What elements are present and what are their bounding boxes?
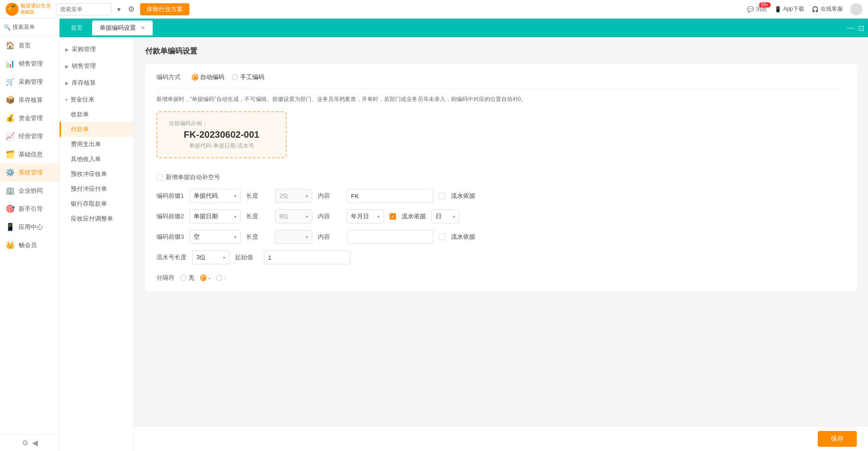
- sec-group-purchase: ▶ 采购管理: [60, 42, 134, 57]
- prefix2-label: 编码前缀2: [156, 212, 184, 221]
- stream2-checkbox[interactable]: ✓: [390, 213, 396, 220]
- sidebar-item-purchase[interactable]: 🛒 采购管理: [0, 73, 59, 91]
- radio-auto-code[interactable]: 自动编码: [192, 73, 224, 81]
- tab-close-icon[interactable]: ✕: [141, 25, 145, 31]
- preview-box: 当前编码示例： FK-20230602-001 单据代码-单据日期-流水号: [156, 111, 287, 158]
- dropdown-arrow-icon: ▾: [234, 194, 236, 199]
- sidebar-item-inventory[interactable]: 📦 库存核算: [0, 91, 59, 109]
- sidebar-item-system[interactable]: ⚙️ 系统管理: [0, 163, 59, 182]
- system-icon: ⚙️: [6, 168, 15, 177]
- content2-select[interactable]: 年月日 ▾: [347, 209, 384, 223]
- sidebar-item-basics[interactable]: 🗂️ 基础信息: [0, 145, 59, 163]
- stream3-label: 流水依据: [451, 233, 475, 241]
- sec-item-payment[interactable]: 付款单: [60, 122, 134, 137]
- radio-manual-code[interactable]: 手工编码: [232, 73, 264, 81]
- sep-dot-radio[interactable]: ·: [216, 275, 226, 282]
- preview-label: 当前编码示例：: [168, 120, 275, 128]
- length2-value: 8位: [279, 212, 289, 221]
- encoding-label: 编码方式: [156, 73, 181, 81]
- collapse-btn[interactable]: ◀: [32, 438, 38, 447]
- sec-item-bank-deposit[interactable]: 银行存取款单: [60, 196, 134, 211]
- sidebar-item-label: 资金管理: [19, 114, 43, 122]
- length1-label: 长度: [246, 192, 269, 200]
- bottom-bar: 保存: [134, 426, 868, 451]
- prefix1-select[interactable]: 单据代码 ▾: [189, 189, 241, 203]
- form-rows: 编码前缀1 单据代码 ▾ 长度 2位 ▾ 内容: [156, 189, 846, 282]
- purchase-icon: 🛒: [6, 77, 15, 86]
- prefix3-label: 编码前缀3: [156, 233, 184, 241]
- user-avatar[interactable]: [850, 3, 862, 15]
- settings-bottom-btn[interactable]: ⚙: [22, 438, 28, 447]
- sep-none-radio[interactable]: 无: [180, 274, 195, 282]
- length3-select[interactable]: ▾: [275, 230, 312, 244]
- sidebar-item-apps[interactable]: 📱 应用中心: [0, 218, 59, 236]
- sidebar-item-home[interactable]: 🏠 首页: [0, 36, 59, 54]
- finance-icon: 💰: [6, 114, 15, 122]
- sidebar-item-label: 库存核算: [19, 96, 43, 104]
- radio-auto-label: 自动编码: [200, 73, 224, 81]
- info-text: 新增单据时，"单据编码"自动生成，不可编辑。前缀设置为部门、业务员等档案类，开单…: [156, 95, 846, 104]
- sec-group-finance-label: 资金往来: [70, 95, 94, 104]
- sec-group-inventory-header[interactable]: ▶ 库存核算: [60, 75, 134, 90]
- industry-btn[interactable]: 体验行业方案: [140, 3, 189, 15]
- sidebar-item-label: 企业协同: [19, 187, 43, 195]
- sec-group-sales-header[interactable]: ▶ 销售管理: [60, 59, 134, 74]
- content3-input[interactable]: [347, 230, 433, 244]
- sec-item-expense[interactable]: 费用支出单: [60, 137, 134, 152]
- prefix3-select[interactable]: 空 ▾: [189, 230, 241, 244]
- sec-item-ar-ap-adjust[interactable]: 应收应付调整单: [60, 211, 134, 226]
- sec-item-prepay-pay[interactable]: 预付冲应付单: [60, 182, 134, 196]
- search-input[interactable]: [56, 3, 112, 15]
- dropdown-arrow-icon: ▾: [377, 214, 380, 219]
- stream2-unit-select[interactable]: 日 ▾: [431, 209, 459, 223]
- sidebar-item-company[interactable]: 🏢 企业协同: [0, 182, 59, 200]
- length1-select[interactable]: 2位 ▾: [275, 189, 312, 203]
- sep-none-circle: [180, 275, 187, 281]
- messages-btn[interactable]: 💬 消息 99+: [747, 5, 767, 13]
- basics-icon: 🗂️: [6, 150, 15, 159]
- auto-fill-row: 新增单据自动补空号: [156, 173, 846, 182]
- serial-length-select[interactable]: 3位 ▾: [192, 250, 229, 264]
- sec-group-finance-header[interactable]: ▾ 资金往来: [60, 92, 134, 107]
- dropdown-arrow-icon: ▾: [453, 214, 455, 219]
- sidebar-search[interactable]: 🔍 搜索菜单: [0, 19, 59, 36]
- tab-maximize-btn[interactable]: ⊡: [858, 24, 864, 33]
- save-button[interactable]: 保存: [818, 431, 857, 447]
- sidebar-item-finance[interactable]: 💰 资金管理: [0, 109, 59, 127]
- stream3-checkbox[interactable]: [439, 234, 445, 240]
- prefix1-value: 单据代码: [194, 192, 218, 200]
- radio-auto-inner: [194, 76, 197, 79]
- sec-item-prepay-receive[interactable]: 预收冲应收单: [60, 167, 134, 182]
- sidebar-item-operation[interactable]: 📈 经营管理: [0, 127, 59, 145]
- length1-value: 2位: [279, 192, 289, 200]
- start-value-input[interactable]: [264, 250, 350, 264]
- online-service-btn[interactable]: 🎧 在线客服: [812, 5, 843, 13]
- sidebar-item-label: 销售管理: [19, 60, 43, 68]
- sidebar-nav: 🏠 首页 📊 销售管理 🛒 采购管理 📦 库存核算 💰 资金管理 📈 经: [0, 36, 59, 434]
- tab-home[interactable]: 首页: [63, 20, 90, 35]
- form-row-prefix2: 编码前缀2 单据日期 ▾ 长度 8位 ▾ 内容: [156, 209, 846, 223]
- sidebar-item-member[interactable]: 👑 畅会员: [0, 236, 59, 254]
- radio-manual-label: 手工编码: [240, 73, 264, 81]
- prefix2-select[interactable]: 单据日期 ▾: [189, 209, 241, 223]
- length2-select[interactable]: 8位 ▾: [275, 209, 312, 223]
- chevron-down-icon[interactable]: ▾: [115, 5, 122, 14]
- stream1-checkbox[interactable]: [439, 193, 445, 199]
- sec-group-purchase-label: 采购管理: [72, 45, 96, 54]
- tab-minimize-btn[interactable]: —: [847, 24, 855, 33]
- operation-icon: 📈: [6, 132, 15, 141]
- sep-dash-radio[interactable]: -: [200, 275, 210, 282]
- app-download-btn[interactable]: 📱 App下载: [774, 5, 804, 13]
- tab-doc-encode[interactable]: 单据编码设置 ✕: [92, 20, 153, 35]
- sidebar-item-sales[interactable]: 📊 销售管理: [0, 54, 59, 73]
- content2-value: 年月日: [351, 212, 369, 221]
- auto-fill-checkbox[interactable]: [156, 174, 163, 181]
- sidebar-item-guide[interactable]: 🎯 新手引导: [0, 200, 59, 218]
- gear-icon[interactable]: ⚙: [126, 4, 136, 14]
- sec-group-purchase-header[interactable]: ▶ 采购管理: [60, 42, 134, 57]
- sec-item-receipt[interactable]: 收款单: [60, 107, 134, 122]
- sec-item-other-income[interactable]: 其他收入单: [60, 152, 134, 167]
- sidebar-item-label: 采购管理: [19, 78, 43, 86]
- content1-input[interactable]: [347, 189, 433, 203]
- form-row-serial: 流水号长度 3位 ▾ 起始值: [156, 250, 846, 264]
